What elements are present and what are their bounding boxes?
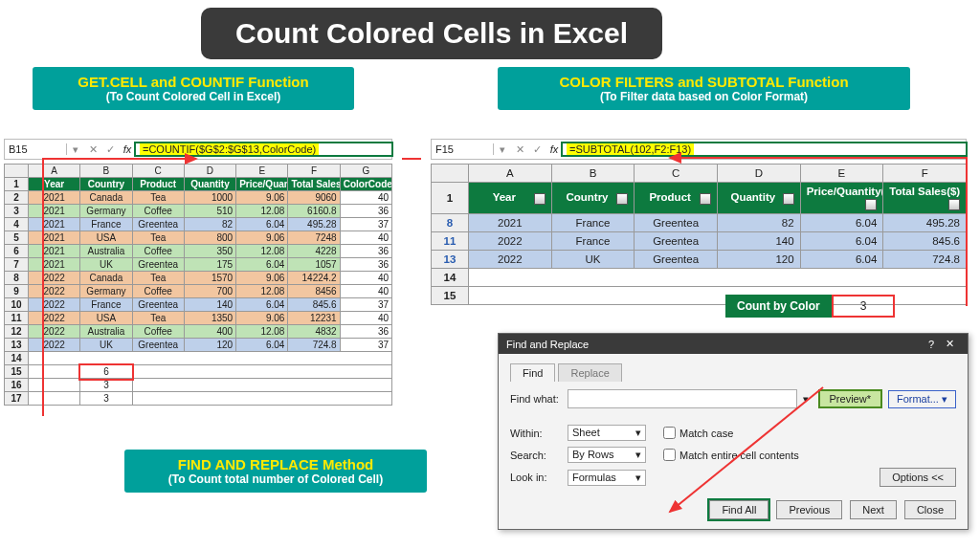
banner-getcell: GET.CELL and COUNTIF Function (To Count …	[33, 67, 354, 110]
preview-button[interactable]: Preview*	[818, 389, 882, 408]
find-replace-dialog: Find and Replace ? ✕ Find Replace Find w…	[498, 333, 969, 530]
banner-subtotal: COLOR FILTERS and SUBTOTAL Function (To …	[498, 67, 910, 110]
options-button[interactable]: Options <<	[880, 468, 956, 487]
formula-input[interactable]: =COUNTIF($G$2:$G$13,ColorCode)	[136, 143, 391, 155]
banner-title: FIND AND REPLACE Method	[142, 456, 410, 472]
name-box[interactable]: F15	[432, 143, 494, 155]
fx-icon[interactable]: fx	[546, 143, 563, 155]
search-select[interactable]: By Rows▾	[568, 447, 646, 463]
banner-subtitle: (To Filter data based on Color Format)	[515, 90, 893, 103]
matchcontents-label: Match entire cell contents	[679, 450, 799, 461]
count-value: 3	[832, 295, 896, 318]
banner-title: GET.CELL and COUNTIF Function	[50, 74, 337, 90]
search-label: Search:	[510, 450, 568, 461]
findwhat-input[interactable]	[568, 389, 797, 408]
page-title: Count Colored Cells in Excel	[201, 8, 662, 59]
findwhat-label: Find what:	[510, 393, 568, 405]
within-label: Within:	[510, 428, 568, 439]
close-button[interactable]: Close	[904, 500, 956, 519]
cancel-icon[interactable]: ✕	[84, 143, 101, 156]
banner-subtitle: (To Count Colored Cell in Excel)	[50, 90, 337, 103]
findwhat-dropdown-icon[interactable]: ▾	[803, 393, 809, 406]
dialog-titlebar: Find and Replace ? ✕	[499, 334, 968, 354]
findall-button[interactable]: Find All	[709, 500, 768, 519]
accept-icon[interactable]: ✓	[528, 143, 546, 156]
tab-replace[interactable]: Replace	[558, 363, 621, 382]
banner-title: COLOR FILTERS and SUBTOTAL Function	[515, 74, 893, 90]
banner-subtitle: (To Count total number of Colored Cell)	[142, 472, 410, 486]
dropdown-icon[interactable]: ▾	[494, 143, 511, 156]
count-label: Count by Color	[725, 295, 832, 318]
matchcase-label: Match case	[679, 428, 733, 439]
spreadsheet-right: F15 ▾ ✕ ✓ fx =SUBTOTAL(102,F2:F13) ABCDE…	[431, 139, 967, 305]
previous-button[interactable]: Previous	[776, 500, 842, 519]
fx-icon[interactable]: fx	[119, 143, 136, 155]
matchcontents-checkbox[interactable]	[663, 449, 676, 461]
dialog-title: Find and Replace	[506, 339, 589, 350]
next-button[interactable]: Next	[850, 500, 897, 519]
tab-find[interactable]: Find	[510, 363, 555, 382]
lookin-select[interactable]: Formulas▾	[568, 470, 646, 486]
spreadsheet-left: B15 ▾ ✕ ✓ fx =COUNTIF($G$2:$G$13,ColorCo…	[4, 139, 392, 406]
banner-findreplace: FIND AND REPLACE Method (To Count total …	[124, 450, 427, 493]
cancel-icon[interactable]: ✕	[511, 143, 528, 156]
dropdown-icon[interactable]: ▾	[67, 143, 84, 156]
accept-icon[interactable]: ✓	[101, 143, 119, 156]
close-icon[interactable]: ✕	[940, 338, 960, 350]
lookin-label: Look in:	[510, 472, 568, 483]
grid-right[interactable]: ABCDEF 1YearCountryProductQuantityPrice/…	[431, 164, 967, 305]
help-icon[interactable]: ?	[923, 339, 940, 350]
count-by-color: Count by Color 3	[725, 295, 895, 318]
formula-bar: B15 ▾ ✕ ✓ fx =COUNTIF($G$2:$G$13,ColorCo…	[4, 139, 392, 160]
formula-bar: F15 ▾ ✕ ✓ fx =SUBTOTAL(102,F2:F13)	[431, 139, 967, 160]
matchcase-checkbox[interactable]	[663, 427, 676, 439]
dialog-tabs: Find Replace	[510, 363, 956, 382]
grid-left[interactable]: ABCDEFG 1YearCountryProductQuantityPrice…	[4, 164, 392, 406]
name-box[interactable]: B15	[5, 143, 67, 155]
within-select[interactable]: Sheet▾	[568, 425, 646, 441]
format-button[interactable]: Format... ▾	[888, 390, 956, 408]
formula-input[interactable]: =SUBTOTAL(102,F2:F13)	[563, 143, 966, 155]
